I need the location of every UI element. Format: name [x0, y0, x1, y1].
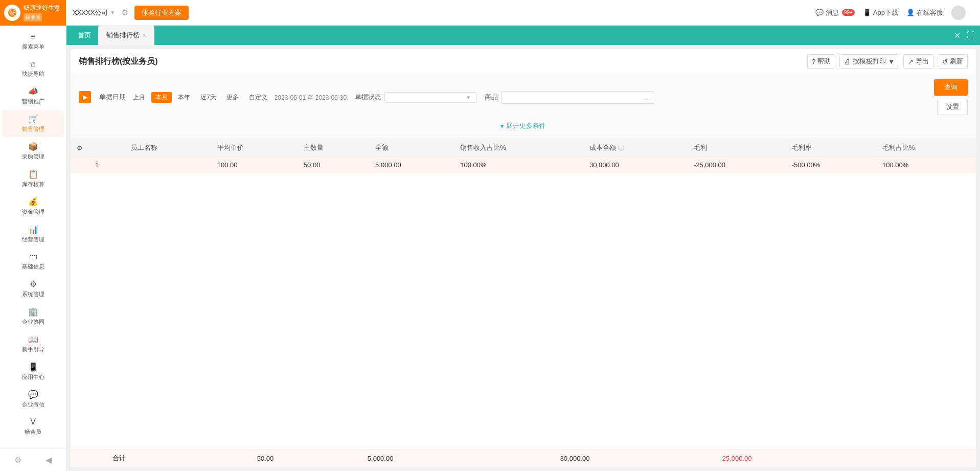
sidebar-label: 应用中心	[22, 373, 44, 381]
topbar: XXXXX公司 ▼ ⚙ 体验行业方案 💬 消息 99+ 📱 App下载 👤 在线…	[66, 0, 980, 26]
settings-bottom-icon[interactable]: ⚙	[12, 453, 24, 467]
tabbar-close-icon[interactable]: ✕	[953, 30, 962, 41]
sidebar-item-新手引导[interactable]: 📖新手引导	[2, 330, 64, 357]
content-area: 销售排行榜(按业务员) ? 帮助 🖨 按模板打印 ▼ ↗ 导出	[66, 45, 980, 471]
topbar-settings-icon[interactable]: ⚙	[119, 6, 130, 19]
status-select[interactable]: ▼	[384, 92, 476, 103]
export-button[interactable]: ↗ 导出	[903, 54, 933, 69]
tab-sales-ranking[interactable]: 销售排行榜 ×	[98, 26, 154, 45]
sidebar-label: 搜索菜单	[22, 43, 44, 51]
print-label: 按模板打印	[853, 57, 886, 66]
sidebar-bottom: ⚙ ◀	[0, 448, 66, 471]
sidebar-item-经营管理[interactable]: 📊经营管理	[2, 220, 64, 248]
cost-help-icon[interactable]: ⓘ	[618, 144, 624, 151]
th-quantity: 主数量	[298, 139, 369, 157]
footer-gross-rate	[882, 450, 929, 467]
sidebar-label: 系统管理	[22, 290, 44, 298]
page-container: 销售排行榜(按业务员) ? 帮助 🖨 按模板打印 ▼ ↗ 导出	[71, 49, 976, 467]
sidebar-item-库存核算[interactable]: 📋库存核算	[2, 165, 64, 192]
logo-icon: 畅	[4, 5, 20, 21]
date-option-this-year[interactable]: 本年	[174, 92, 194, 103]
sidebar: 畅 畅康通好生意 标准版 ≡搜索菜单⌂快捷导航📣营销推广🛒销售管理📦采购管理📋库…	[0, 0, 66, 471]
online-service-button[interactable]: 👤 在线客服	[906, 8, 943, 17]
sidebar-icon: 🏢	[28, 307, 38, 317]
tab-close-icon[interactable]: ×	[143, 32, 146, 39]
table-area: ⚙ 员工名称 平均单价 主数量 全额 销售收入占比% 成本全额 ⓘ 毛利 毛利率…	[71, 139, 976, 449]
print-chevron-icon: ▼	[888, 58, 895, 65]
goods-input-dots: ...	[643, 94, 649, 101]
refresh-button[interactable]: ↺ 刷新	[938, 54, 968, 69]
sidebar-label: 基础信息	[22, 263, 44, 271]
user-avatar[interactable]	[951, 6, 966, 20]
company-chevron-icon: ▼	[110, 10, 115, 15]
row-rank: 1	[89, 157, 125, 173]
sidebar-item-资金管理[interactable]: 💰资金管理	[2, 193, 64, 220]
sidebar-item-畅会员[interactable]: V畅会员	[2, 413, 64, 440]
date-option-more[interactable]: 更多	[222, 92, 243, 103]
page-actions: ? 帮助 🖨 按模板打印 ▼ ↗ 导出 ↺ 刷新	[807, 54, 968, 69]
sidebar-item-基础信息[interactable]: 🗃基础信息	[2, 248, 64, 275]
sidebar-item-搜索菜单[interactable]: ≡搜索菜单	[2, 28, 64, 55]
sidebar-icon: 📋	[28, 169, 38, 179]
message-icon: 💬	[815, 9, 824, 16]
tabbar-restore-icon[interactable]: ⛶	[966, 30, 976, 41]
footer-rank-spacer	[86, 450, 106, 467]
th-gross-rate: 毛利率	[786, 139, 876, 157]
sidebar-icon: 💰	[28, 197, 38, 207]
sidebar-icon: 📊	[28, 225, 38, 234]
sidebar-item-应用中心[interactable]: 📱应用中心	[2, 358, 64, 385]
sidebar-label: 库存核算	[22, 181, 44, 188]
sidebar-item-企业微信[interactable]: 💬企业微信	[2, 386, 64, 413]
table-header-row: ⚙ 员工名称 平均单价 主数量 全额 销售收入占比% 成本全额 ⓘ 毛利 毛利率…	[71, 139, 976, 157]
page-header: 销售排行榜(按业务员) ? 帮助 🖨 按模板打印 ▼ ↗ 导出	[71, 49, 976, 74]
goods-filter-group: 商品 ...	[485, 91, 654, 104]
date-option-last-month[interactable]: 上月	[129, 92, 149, 103]
sidebar-item-采购管理[interactable]: 📦采购管理	[2, 138, 64, 165]
row-settings	[71, 157, 89, 173]
trial-button[interactable]: 体验行业方案	[134, 6, 189, 20]
th-settings[interactable]: ⚙	[71, 139, 89, 157]
filter-expand-icon[interactable]: ▶	[79, 91, 91, 103]
app-download-label: App下载	[873, 8, 898, 17]
sidebar-item-快捷导航[interactable]: ⌂快捷导航	[2, 55, 64, 82]
goods-input[interactable]: ...	[501, 91, 654, 104]
footer-spacer	[71, 450, 86, 467]
sidebar-icon: 📱	[28, 362, 38, 372]
company-selector[interactable]: XXXXX公司 ▼	[73, 8, 115, 17]
sidebar-item-营销推广[interactable]: 📣营销推广	[2, 82, 64, 109]
sidebar-item-销售管理[interactable]: 🛒销售管理	[2, 110, 64, 137]
th-name: 员工名称	[125, 139, 211, 157]
svg-text:畅: 畅	[9, 9, 16, 16]
th-sales-ratio: 销售收入占比%	[454, 139, 583, 157]
export-icon: ↗	[908, 58, 914, 65]
sidebar-item-系统管理[interactable]: ⚙系统管理	[2, 275, 64, 302]
settings-button[interactable]: 设置	[937, 99, 968, 115]
print-button[interactable]: 🖨 按模板打印 ▼	[839, 54, 899, 69]
date-option-7days[interactable]: 近7天	[196, 92, 220, 103]
expand-more-button[interactable]: ▾ 展开更多条件	[497, 118, 549, 133]
row-gross: -25,000.00	[688, 157, 786, 173]
sidebar-icon: 🗃	[29, 252, 37, 261]
app-download-button[interactable]: 📱 App下载	[863, 8, 898, 17]
date-option-custom[interactable]: 自定义	[245, 92, 271, 103]
row-name	[125, 157, 211, 173]
sidebar-icon: ⌂	[31, 59, 36, 69]
help-icon: ?	[812, 58, 815, 65]
date-option-this-month[interactable]: 本月	[151, 92, 172, 103]
footer-sales-ratio	[507, 450, 554, 467]
sidebar-label: 快捷导航	[22, 70, 44, 78]
message-button[interactable]: 💬 消息 99+	[815, 8, 855, 17]
help-button[interactable]: ? 帮助	[807, 54, 835, 69]
th-amount: 全额	[369, 139, 454, 157]
sidebar-label: 企业微信	[22, 401, 44, 409]
footer-amount: 5,000.00	[361, 450, 507, 467]
tab-home[interactable]: 首页	[71, 31, 98, 40]
print-icon: 🖨	[844, 58, 851, 65]
expand-more-icon: ▾	[500, 122, 504, 130]
sidebar-icon: V	[30, 417, 36, 427]
sidebar-item-企业协同[interactable]: 🏢企业协同	[2, 303, 64, 330]
expand-more-row: ▾ 展开更多条件	[79, 115, 968, 133]
collapse-sidebar-icon[interactable]: ◀	[43, 453, 54, 467]
tabbar: 首页 销售排行榜 × ✕ ⛶	[66, 26, 980, 45]
query-button[interactable]: 查询	[934, 79, 968, 96]
